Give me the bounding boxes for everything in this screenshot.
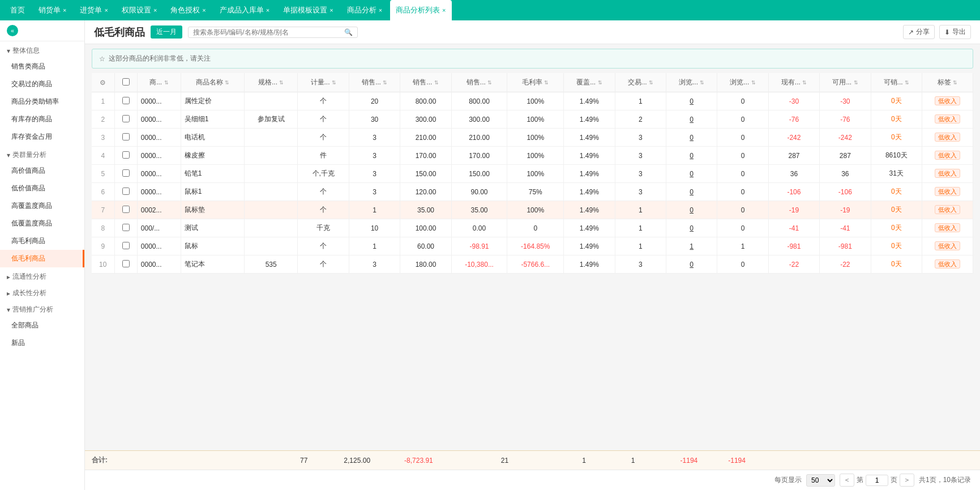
col-checkbox[interactable] bbox=[114, 73, 137, 92]
cell-browse1[interactable]: 0 bbox=[666, 255, 717, 274]
browse1-link[interactable]: 0 bbox=[690, 152, 694, 160]
sidebar-item-low-coverage[interactable]: 低覆盖度商品 bbox=[0, 215, 84, 232]
col-transaction[interactable]: 交易... ⇅ bbox=[615, 73, 666, 92]
nav-template-settings[interactable]: 单据模板设置 × bbox=[277, 0, 339, 20]
cell-browse1[interactable]: 0 bbox=[666, 110, 717, 129]
cell-browse1[interactable]: 0 bbox=[666, 183, 717, 201]
cell-checkbox[interactable] bbox=[114, 237, 137, 255]
browse1-link[interactable]: 0 bbox=[690, 116, 694, 123]
row-checkbox[interactable] bbox=[122, 151, 130, 159]
cell-browse1[interactable]: 0 bbox=[666, 147, 717, 165]
col-gross-rate[interactable]: 毛利率 ⇅ bbox=[507, 73, 564, 92]
cell-checkbox[interactable] bbox=[114, 183, 137, 201]
nav-sales-order[interactable]: 销货单 × bbox=[33, 0, 72, 20]
sidebar-group-marketing-title[interactable]: ▾ 营销推广分析 bbox=[0, 300, 84, 317]
row-checkbox[interactable] bbox=[122, 188, 130, 195]
row-checkbox[interactable] bbox=[122, 115, 130, 122]
close-purchase-order[interactable]: × bbox=[104, 7, 108, 14]
share-button[interactable]: ↗ 分享 bbox=[903, 25, 935, 39]
close-sales-order[interactable]: × bbox=[63, 7, 66, 14]
browse1-link[interactable]: 1 bbox=[690, 242, 694, 250]
next-page-btn[interactable]: ＞ bbox=[900, 474, 914, 487]
cell-checkbox[interactable] bbox=[114, 165, 137, 183]
sidebar-item-high-value[interactable]: 高价值商品 bbox=[0, 162, 84, 180]
sidebar-collapse-btn[interactable]: « bbox=[7, 25, 18, 36]
cell-browse1[interactable]: 0 bbox=[666, 92, 717, 110]
sidebar-item-category-sales-rate[interactable]: 商品分类助销率 bbox=[0, 93, 84, 110]
cell-browse1[interactable]: 0 bbox=[666, 219, 717, 237]
cell-name[interactable]: 电话机 bbox=[181, 129, 244, 147]
row-checkbox[interactable] bbox=[122, 242, 130, 249]
row-checkbox[interactable] bbox=[122, 97, 130, 104]
col-sales-qty[interactable]: 销售... ⇅ bbox=[349, 73, 400, 92]
col-browse1[interactable]: 浏览... ⇅ bbox=[666, 73, 717, 92]
cell-name[interactable]: 橡皮擦 bbox=[181, 147, 244, 165]
sidebar-group-overall-title[interactable]: ▾ 整体信息 bbox=[0, 41, 84, 58]
cell-name[interactable]: 鼠标1 bbox=[181, 183, 244, 201]
cell-browse1[interactable]: 0 bbox=[666, 201, 717, 219]
export-button[interactable]: ⬇ 导出 bbox=[939, 25, 971, 39]
prev-page-btn[interactable]: ＜ bbox=[840, 474, 854, 487]
browse1-link[interactable]: 0 bbox=[690, 261, 694, 269]
sidebar-item-all-goods[interactable]: 全部商品 bbox=[0, 317, 84, 334]
close-product-warehouse[interactable]: × bbox=[266, 7, 269, 14]
close-product-analysis[interactable]: × bbox=[379, 7, 382, 14]
sidebar-item-low-profit[interactable]: 低毛利商品 bbox=[0, 250, 84, 267]
period-button[interactable]: 近一月 bbox=[151, 25, 182, 39]
col-spec[interactable]: 规格... ⇅ bbox=[244, 73, 298, 92]
sidebar-item-inventory-capital[interactable]: 库存资金占用 bbox=[0, 128, 84, 146]
cell-name[interactable]: 吴细细1 bbox=[181, 110, 244, 129]
sidebar-group-circulation-title[interactable]: ▸ 流通性分析 bbox=[0, 267, 84, 284]
close-template-settings[interactable]: × bbox=[329, 7, 333, 14]
sidebar-item-high-profit[interactable]: 高毛利商品 bbox=[0, 232, 84, 250]
page-input[interactable] bbox=[866, 475, 888, 486]
nav-product-analysis[interactable]: 商品分析 × bbox=[341, 0, 388, 20]
cell-name[interactable]: 笔记本 bbox=[181, 255, 244, 274]
col-browse2[interactable]: 浏览... ⇅ bbox=[717, 73, 768, 92]
cell-checkbox[interactable] bbox=[114, 92, 137, 110]
cell-name[interactable]: 属性定价 bbox=[181, 92, 244, 110]
cell-checkbox[interactable] bbox=[114, 255, 137, 274]
close-product-analysis-list[interactable]: × bbox=[442, 7, 446, 14]
close-role-auth[interactable]: × bbox=[202, 7, 206, 14]
browse1-link[interactable]: 0 bbox=[690, 134, 694, 142]
per-page-select[interactable]: 50 100 200 bbox=[806, 474, 835, 487]
row-checkbox[interactable] bbox=[122, 260, 130, 267]
col-tag[interactable]: 标签 ⇅ bbox=[922, 73, 973, 92]
cell-checkbox[interactable] bbox=[114, 201, 137, 219]
browse1-link[interactable]: 0 bbox=[690, 206, 694, 214]
cell-browse1[interactable]: 0 bbox=[666, 129, 717, 147]
col-unit[interactable]: 计量... ⇅ bbox=[298, 73, 349, 92]
col-name[interactable]: 商品名称 ⇅ bbox=[181, 73, 244, 92]
cell-checkbox[interactable] bbox=[114, 219, 137, 237]
col-available[interactable]: 可用... ⇅ bbox=[820, 73, 871, 92]
col-sales-price[interactable]: 销售... ⇅ bbox=[400, 73, 451, 92]
search-icon[interactable]: 🔍 bbox=[344, 28, 353, 36]
nav-role-auth[interactable]: 角色授权 × bbox=[165, 0, 211, 20]
col-coverage[interactable]: 覆盖... ⇅ bbox=[564, 73, 615, 92]
select-all-checkbox[interactable] bbox=[122, 78, 130, 86]
browse1-link[interactable]: 0 bbox=[690, 188, 694, 196]
nav-product-analysis-list[interactable]: 商品分析列表 × bbox=[390, 0, 451, 20]
sidebar-item-traded-goods[interactable]: 交易过的商品 bbox=[0, 75, 84, 93]
col-sales-amount[interactable]: 销售... ⇅ bbox=[451, 73, 507, 92]
cell-name[interactable]: 鼠标垫 bbox=[181, 201, 244, 219]
cell-name[interactable]: 铅笔1 bbox=[181, 165, 244, 183]
nav-purchase-order[interactable]: 进货单 × bbox=[74, 0, 113, 20]
cell-name[interactable]: 鼠标 bbox=[181, 237, 244, 255]
sidebar-item-new-goods[interactable]: 新品 bbox=[0, 334, 84, 352]
browse1-link[interactable]: 0 bbox=[690, 97, 694, 105]
nav-product-warehouse[interactable]: 产成品入库单 × bbox=[214, 0, 275, 20]
cell-browse1[interactable]: 1 bbox=[666, 237, 717, 255]
cell-name[interactable]: 测试 bbox=[181, 219, 244, 237]
cell-checkbox[interactable] bbox=[114, 147, 137, 165]
nav-permissions[interactable]: 权限设置 × bbox=[116, 0, 162, 20]
browse1-link[interactable]: 0 bbox=[690, 224, 694, 232]
browse1-link[interactable]: 0 bbox=[690, 170, 694, 178]
sidebar-item-sales-goods[interactable]: 销售类商品 bbox=[0, 58, 84, 75]
row-checkbox[interactable] bbox=[122, 133, 130, 140]
sidebar-group-growth-title[interactable]: ▸ 成长性分析 bbox=[0, 284, 84, 300]
cell-checkbox[interactable] bbox=[114, 129, 137, 147]
col-code[interactable]: 商... ⇅ bbox=[137, 73, 181, 92]
settings-icon[interactable]: ⚙ bbox=[100, 79, 106, 87]
